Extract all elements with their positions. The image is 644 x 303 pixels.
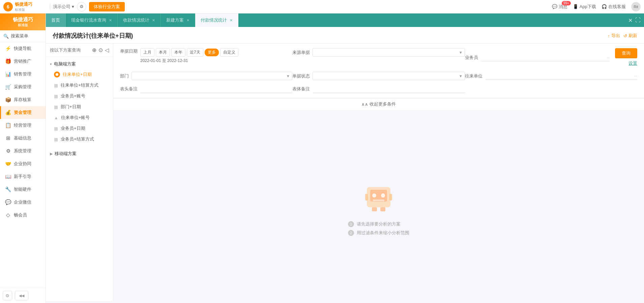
query-button[interactable]: 查询 <box>615 48 637 58</box>
tab-payments-close-icon[interactable]: ✕ <box>230 18 233 23</box>
top-bar-right: 💬 消息 99+ 📱 App下载 🎧 在线客服 Rit <box>552 2 641 11</box>
salesman-label: 业务员 <box>465 55 478 61</box>
body-remark-label: 表体备注 <box>292 86 310 92</box>
scheme-desktop-section-header[interactable]: ▾ 电脑端方案 <box>46 59 113 69</box>
source-select[interactable]: ▾ <box>313 48 465 57</box>
content-area: 首页 现金银行流水查询 ✕ 收款情况统计 ✕ 新建方案 ✕ 付款情况统计 ✕ <box>46 13 644 303</box>
scheme-desktop-section: ▾ 电脑端方案 往来单位+日期 ▦ <box>46 57 113 147</box>
clipboard-icon: 📋 <box>5 122 11 128</box>
refresh-icon: ↺ <box>623 33 627 38</box>
tab-new[interactable]: 新建方案 ✕ <box>161 13 195 27</box>
date-btn-last-month[interactable]: 上月 <box>140 48 154 57</box>
tab-bank-close-icon[interactable]: ✕ <box>109 18 112 23</box>
divider <box>50 3 50 10</box>
collapse-sidebar-icon: ◀◀ <box>19 294 24 298</box>
tab-payments[interactable]: 付款情况统计 ✕ <box>195 13 238 27</box>
scheme-item-dept-date[interactable]: ▦ 部门+日期 <box>46 101 113 112</box>
scheme-item-label: 往来单位+日期 <box>63 71 92 78</box>
sidebar-item-label: 企业协同 <box>14 161 31 167</box>
sidebar-item-nav[interactable]: ⚡ 快捷导航 <box>0 42 46 55</box>
scheme-item-label: 往来单位+账号 <box>61 115 90 121</box>
sidebar-item-marketing[interactable]: 🎁 营销推广 <box>0 55 46 68</box>
scheme-item-unit-date[interactable]: 往来单位+日期 <box>46 69 113 80</box>
counterparty-label: 往来单位 <box>465 73 482 79</box>
header-remark-label: 表头备注 <box>120 86 138 92</box>
page-header-actions: ↑ 导出 ↺ 刷新 <box>608 33 638 39</box>
scheme-collapse-button[interactable]: ◁ <box>105 47 109 53</box>
body-remark-input[interactable] <box>313 85 465 93</box>
tab-receipts[interactable]: 收款情况统计 ✕ <box>118 13 161 27</box>
online-service-button[interactable]: 🎧 在线客服 <box>602 4 626 10</box>
tip-num-2: 2 <box>348 230 354 236</box>
settings-button[interactable]: ⚙ <box>77 2 86 11</box>
scheme-settings-button[interactable]: ⊙ <box>98 47 103 53</box>
dept-label: 部门 <box>120 73 129 79</box>
source-label: 来源单据 <box>292 50 310 56</box>
date-btn-7days[interactable]: 近7天 <box>187 48 203 57</box>
doc-status-select[interactable]: ▾ <box>313 72 465 80</box>
sidebar-item-management[interactable]: 📋 经营管理 <box>0 119 46 132</box>
sidebar-item-hardware[interactable]: 🔧 智能硬件 <box>0 183 46 196</box>
tab-home[interactable]: 首页 <box>46 13 66 27</box>
tab-receipts-label: 收款情况统计 <box>123 17 149 23</box>
sidebar-item-purchase[interactable]: 🛒 采购管理 <box>0 81 46 93</box>
sidebar-item-guide[interactable]: 📖 新手引导 <box>0 170 46 183</box>
sidebar-settings-button[interactable]: ⚙ <box>3 291 12 300</box>
filter-doc-status-field: 单据状态 ▾ <box>292 72 465 80</box>
sidebar-item-finance[interactable]: 💰 资金管理 <box>0 106 46 119</box>
refresh-button[interactable]: ↺ 刷新 <box>623 33 637 39</box>
setting-link[interactable]: 设置 <box>628 60 637 67</box>
tab-bank[interactable]: 现金银行流水查询 ✕ <box>66 13 118 27</box>
scheme-mobile-section-header[interactable]: ▶ 移动端方案 <box>46 149 113 159</box>
sidebar-bottom: ⚙ ◀◀ <box>0 288 46 303</box>
sidebar-item-collab[interactable]: 🤝 企业协同 <box>0 157 46 170</box>
company-selector[interactable]: 演示公司 ▾ <box>53 4 74 10</box>
dept-select[interactable]: ▾ <box>131 72 292 80</box>
tab-receipts-close-icon[interactable]: ✕ <box>152 18 155 23</box>
tip-1-text: 请先选择要分析的方案 <box>357 221 401 227</box>
scheme-item-icon: ▦ <box>54 104 58 110</box>
sidebar-collapse-button[interactable]: ◀◀ <box>15 291 28 300</box>
collapse-button[interactable]: ∧∧ 收起更多条件 <box>113 98 644 110</box>
scheme-item-label: 业务员+日期 <box>61 125 85 131</box>
sidebar-item-search[interactable]: 🔍 搜索菜单 <box>0 30 46 42</box>
sidebar-item-label: 库存核算 <box>14 97 31 103</box>
avatar[interactable]: Rit <box>631 2 641 11</box>
sidebar-item-inventory[interactable]: 📦 库存核算 <box>0 93 46 106</box>
trial-button[interactable]: 体验行业方案 <box>89 2 125 11</box>
right-panel: 单据日期 上月 本月 本年 近7天 更多 自定义 <box>113 43 644 301</box>
scheme-item-unit-settlement[interactable]: ▦ 往来单位+结算方式 <box>46 80 113 91</box>
date-btn-this-month[interactable]: 本月 <box>156 48 170 57</box>
export-button[interactable]: ↑ 导出 <box>608 33 620 39</box>
guide-icon: 📖 <box>5 174 11 180</box>
header-remark-input[interactable] <box>140 85 292 93</box>
salesman-ellipsis-icon: ··· <box>607 56 610 60</box>
messages-button[interactable]: 💬 消息 99+ <box>552 4 567 10</box>
date-btn-this-year[interactable]: 本年 <box>171 48 185 57</box>
doc-status-label: 单据状态 <box>292 73 310 79</box>
sidebar-item-label: 快捷导航 <box>14 46 31 52</box>
sidebar-item-member[interactable]: ◇ 畅会员 <box>0 209 46 221</box>
scheme-item-salesman-date[interactable]: ▦ 业务员+日期 <box>46 123 113 134</box>
date-btn-custom[interactable]: 自定义 <box>220 48 238 57</box>
scheme-item-unit-account[interactable]: ▲ 往来单位+账号 <box>46 112 113 123</box>
tab-payments-label: 付款情况统计 <box>201 17 227 23</box>
active-dot-inner <box>56 73 58 76</box>
tab-new-close-icon[interactable]: ✕ <box>186 18 189 23</box>
scheme-item-salesman-settlement[interactable]: ▦ 业务员+结算方式 <box>46 134 113 145</box>
scheme-add-button[interactable]: ⊕ <box>92 47 96 53</box>
sidebar-item-sales[interactable]: 📊 销售管理 <box>0 68 46 81</box>
sidebar-item-system[interactable]: ⚙ 系统管理 <box>0 145 46 157</box>
app-download-button[interactable]: 📱 App下载 <box>573 4 596 10</box>
sidebar-item-label: 智能硬件 <box>14 186 31 192</box>
logo-sub: 标准版 <box>15 7 32 12</box>
sidebar-item-wechat[interactable]: 💬 企业微信 <box>0 196 46 209</box>
date-btn-more[interactable]: 更多 <box>205 49 219 56</box>
filter-area: 单据日期 上月 本月 本年 近7天 更多 自定义 <box>113 43 644 98</box>
sidebar-item-basic[interactable]: ⊞ 基础信息 <box>0 132 46 145</box>
scheme-item-salesman-account[interactable]: ▦ 业务员+账号 <box>46 91 113 101</box>
tab-maximize-icon[interactable]: ⛶ <box>635 17 641 23</box>
gear-icon: ⚙ <box>80 4 84 9</box>
tab-close-all-icon[interactable]: ✕ <box>628 17 633 24</box>
box-icon: 📦 <box>5 97 11 103</box>
